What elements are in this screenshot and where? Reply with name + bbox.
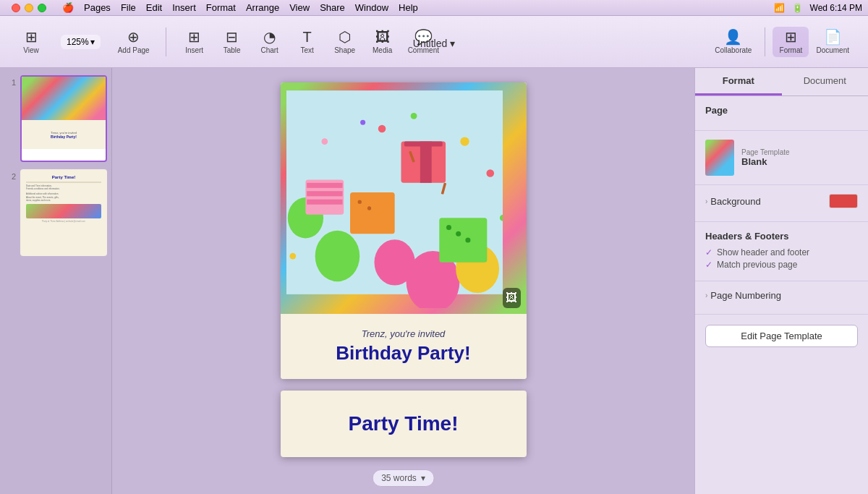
- shape-label: Shape: [334, 46, 355, 54]
- word-count-bar[interactable]: 35 words ▾: [372, 469, 435, 487]
- menu-window[interactable]: Window: [355, 2, 388, 13]
- menu-arrange[interactable]: Arrange: [246, 2, 279, 13]
- table-button[interactable]: ⊟ Table: [214, 27, 250, 57]
- document-tab[interactable]: Document: [782, 68, 869, 95]
- collaborate-button[interactable]: 👤 Collaborate: [709, 27, 757, 57]
- word-count-text: 35 words: [381, 473, 417, 483]
- match-previous-label[interactable]: Match previous page: [717, 260, 797, 270]
- template-label: Page Template: [741, 148, 790, 156]
- minimize-button[interactable]: [25, 4, 33, 12]
- background-row: › Background: [705, 194, 858, 208]
- wifi-icon: 📶: [774, 3, 785, 13]
- time-display: Wed 6:14 PM: [810, 3, 862, 13]
- menu-help[interactable]: Help: [399, 2, 418, 13]
- document-panel-button[interactable]: 📄 Document: [810, 27, 855, 57]
- page-numbering-label-text: Page Numbering: [710, 290, 781, 301]
- document-title[interactable]: Untitled: [413, 38, 447, 49]
- show-header-row: ✓ Show header and footer: [705, 247, 858, 257]
- image-overlay-button[interactable]: 🖼: [503, 288, 521, 308]
- sidebar-page-2[interactable]: 2 Party Time! Date and Time information,…: [4, 169, 107, 256]
- sidebar-page-1[interactable]: 1 Trenz, you're invited Birthday Party!: [4, 75, 107, 162]
- format-panel-icon: ⊞: [785, 30, 797, 44]
- page-section-title: Page: [705, 105, 858, 116]
- svg-point-1: [315, 231, 359, 281]
- thumb-divider: [26, 182, 101, 183]
- text-button[interactable]: T Text: [289, 27, 326, 57]
- format-tab[interactable]: Format: [695, 68, 782, 95]
- menu-share[interactable]: Share: [320, 2, 345, 13]
- view-button[interactable]: ⊞ View: [13, 27, 49, 57]
- thumb-party-footer: Party at Three Address | website@email.c…: [26, 220, 101, 223]
- format-panel-button[interactable]: ⊞ Format: [773, 27, 809, 57]
- svg-rect-14: [307, 183, 342, 188]
- svg-point-10: [446, 225, 451, 230]
- main-content: 1 Trenz, you're invited Birthday Party! …: [0, 68, 868, 494]
- show-header-check-icon: ✓: [705, 247, 712, 257]
- insert-button[interactable]: ⊞ Insert: [176, 27, 213, 57]
- menu-apple[interactable]: 🍎: [62, 2, 74, 13]
- show-header-label[interactable]: Show header and footer: [717, 247, 809, 257]
- close-button[interactable]: [12, 4, 20, 12]
- traffic-lights: [6, 4, 52, 12]
- menu-bar-left: 🍎 Pages File Edit Insert Format Arrange …: [6, 2, 418, 13]
- menu-file[interactable]: File: [121, 2, 136, 13]
- menu-format[interactable]: Format: [206, 2, 236, 13]
- document-panel-label: Document: [816, 46, 849, 54]
- svg-rect-8: [420, 142, 431, 183]
- birthday-image[interactable]: 🖼: [281, 82, 527, 314]
- page-numbering-chevron-icon: ›: [705, 291, 707, 299]
- add-page-button[interactable]: ⊕ Add Page: [112, 27, 156, 57]
- menu-insert[interactable]: Insert: [172, 2, 196, 13]
- zoom-section: 125% ▾: [56, 35, 105, 49]
- svg-point-21: [410, 113, 417, 119]
- document-title-bar: Untitled ▾: [413, 38, 455, 49]
- toolbar-right: 👤 Collaborate ⊞ Format 📄 Document: [705, 27, 859, 57]
- collaborate-label: Collaborate: [715, 46, 752, 54]
- page-2: Party Time!: [281, 391, 527, 457]
- battery-icon: 🔋: [792, 3, 803, 13]
- view-icon: ⊞: [25, 30, 38, 44]
- menu-view[interactable]: View: [289, 2, 310, 13]
- page-2-thumbnail[interactable]: Party Time! Date and Time information,Fr…: [20, 169, 107, 256]
- template-info: Page Template Blank: [741, 148, 790, 167]
- toolbar: ⊞ View 125% ▾ ⊕ Add Page ⊞ Insert ⊟ Tabl…: [0, 16, 868, 68]
- background-label[interactable]: › Background: [705, 196, 761, 207]
- add-page-icon: ⊕: [127, 30, 140, 44]
- svg-point-22: [460, 137, 469, 145]
- page-numbering-label[interactable]: › Page Numbering: [705, 290, 781, 301]
- zoom-control[interactable]: 125% ▾: [61, 35, 101, 49]
- page-2-number: 2: [4, 172, 16, 181]
- fullscreen-button[interactable]: [38, 4, 46, 12]
- svg-point-12: [465, 238, 470, 243]
- background-color-swatch[interactable]: [829, 194, 858, 208]
- media-button[interactable]: 🖼 Media: [365, 27, 401, 57]
- thumb-party-image: [26, 204, 101, 218]
- background-chevron-icon: ›: [705, 197, 707, 205]
- format-panel-label: Format: [780, 46, 803, 54]
- template-card: Page Template Blank: [705, 140, 858, 176]
- match-previous-row: ✓ Match previous page: [705, 260, 858, 270]
- invited-text: Trenz, you're invited: [295, 328, 512, 339]
- zoom-caret-icon: ▾: [90, 37, 95, 47]
- svg-point-4: [374, 239, 414, 285]
- insert-section: ⊞ Insert ⊟ Table ◔ Chart T Text ⬡ Shape …: [172, 27, 449, 57]
- text-label: Text: [300, 46, 313, 54]
- template-section: Page Template Blank: [695, 131, 868, 185]
- zoom-value: 125%: [67, 37, 89, 47]
- template-name: Blank: [741, 156, 790, 167]
- menu-pages[interactable]: Pages: [84, 2, 111, 13]
- chart-button[interactable]: ◔ Chart: [252, 27, 288, 57]
- toolbar-divider-2: [765, 27, 765, 56]
- menu-edit[interactable]: Edit: [146, 2, 162, 13]
- thumb-birthday-text: Trenz, you're invited Birthday Party!: [22, 120, 106, 149]
- birthday-party-title: Birthday Party!: [295, 342, 512, 365]
- panel-tabs: Format Document: [695, 68, 868, 96]
- svg-point-19: [367, 206, 370, 210]
- media-icon: 🖼: [375, 30, 390, 44]
- shape-button[interactable]: ⬡ Shape: [327, 27, 363, 57]
- toolbar-divider-1: [166, 27, 166, 56]
- page-1-thumbnail[interactable]: Trenz, you're invited Birthday Party!: [20, 75, 107, 162]
- view-label: View: [23, 46, 39, 54]
- edit-template-button[interactable]: Edit Page Template: [705, 325, 858, 347]
- svg-point-26: [289, 253, 296, 260]
